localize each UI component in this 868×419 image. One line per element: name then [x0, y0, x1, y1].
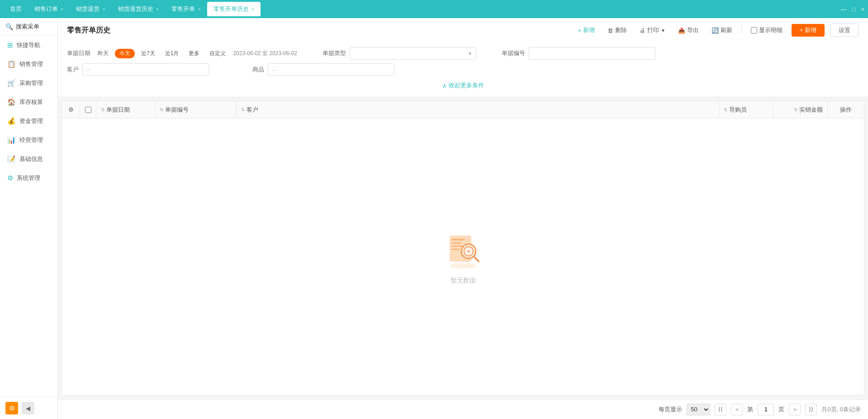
sidebar-item-basic-info-label: 基础信息	[19, 155, 43, 163]
first-page-btn[interactable]: ⟨⟨	[715, 404, 726, 415]
th-guide[interactable]: ⇅ 导购员	[719, 101, 773, 118]
query-button[interactable]: + 新增	[792, 24, 825, 37]
total-info: 共0页, 0条记录	[821, 405, 861, 414]
select-all-checkbox[interactable]	[85, 107, 91, 113]
toolbar: + 新增 🗑 删除 🖨 打印 ▼ 📤 导出	[574, 24, 859, 37]
th-customer[interactable]: ⇅ 客户	[237, 101, 719, 118]
tab-sales-return-history-label: 销货退货历史	[118, 5, 153, 13]
sidebar-search[interactable]: 🔍 搜索采单	[0, 18, 57, 36]
order-type-select[interactable]: ▼	[350, 47, 476, 60]
today-btn[interactable]: 今天	[115, 49, 135, 58]
refresh-label: 刷新	[721, 26, 732, 34]
customer-filter-item: 客户 ···	[67, 63, 209, 76]
filter-row-2: 客户 ··· 商品 ···	[67, 63, 859, 76]
print-icon: 🖨	[640, 27, 645, 34]
prev-page-btn[interactable]: ＜	[731, 404, 743, 415]
tab-sales-return[interactable]: 销货退货 ×	[70, 2, 111, 16]
settings-gear-icon: ⚙	[9, 405, 15, 412]
th-amount[interactable]: ⇅ 实销金额	[773, 101, 828, 118]
customer-placeholder: ···	[86, 66, 91, 73]
th-customer-label: 客户	[247, 106, 258, 114]
date-filters: 昨天 今天 近7天 近1月 更多 自定义	[94, 49, 229, 58]
sidebar-item-purchase-mgmt[interactable]: 🛒 采购管理	[0, 74, 57, 93]
collapse-filter-btn[interactable]: ∧ 收起更多条件	[67, 80, 859, 93]
sidebar-bottom: ⚙ ◀	[0, 397, 57, 419]
sort-date-icon: ⇅	[101, 107, 104, 112]
goods-label: 商品	[252, 66, 264, 74]
sort-amount-icon: ⇅	[794, 107, 797, 112]
th-checkbox[interactable]	[80, 101, 96, 118]
print-dropdown-icon: ▼	[661, 28, 665, 33]
customer-input[interactable]: ···	[82, 63, 209, 76]
delete-icon: 🗑	[607, 27, 613, 34]
th-settings[interactable]: ⚙	[62, 101, 80, 118]
restore-btn[interactable]: □	[852, 6, 856, 13]
delete-button[interactable]: 🗑 删除	[604, 24, 631, 36]
display-detail-button[interactable]: 显示明细	[747, 24, 786, 36]
svg-line-8	[474, 257, 479, 261]
sidebar-item-finance[interactable]: 💰 资金管理	[0, 112, 57, 131]
settings-button[interactable]: ⚙	[5, 402, 18, 414]
sidebar-item-basic-info[interactable]: 📝 基础信息	[0, 150, 57, 169]
tab-home-label: 首页	[10, 5, 22, 13]
custom-btn[interactable]: 自定义	[206, 49, 229, 58]
search-icon: 🔍	[5, 23, 13, 30]
more-btn[interactable]: 更多	[185, 49, 203, 58]
tab-retail-open-history[interactable]: 零售开单历史 ×	[207, 2, 261, 16]
basic-info-icon: 📝	[7, 155, 16, 163]
tab-sales-order-close[interactable]: ×	[61, 6, 63, 12]
add-button[interactable]: + 新增	[574, 24, 598, 36]
svg-point-0	[450, 263, 477, 268]
sidebar-item-inventory[interactable]: 🏠 库存核算	[0, 93, 57, 112]
per-page-select[interactable]: 50 100 200	[687, 404, 710, 415]
sales-mgmt-icon: 📋	[7, 60, 16, 68]
sidebar-item-sys-mgmt[interactable]: ⚙ 系统管理	[0, 169, 57, 188]
query-settings-group: + 新增	[792, 24, 825, 37]
table-settings-icon[interactable]: ⚙	[68, 106, 74, 113]
tab-sales-return-history-close[interactable]: ×	[156, 6, 159, 12]
pagination-bar: 每页显示 50 100 200 ⟨⟨ ＜ 第 页 ＞ ⟩⟩ 共0页, 0条记录	[58, 399, 868, 419]
display-detail-checkbox[interactable]	[751, 27, 757, 33]
minimize-btn[interactable]: —	[841, 6, 847, 13]
sidebar: 🔍 搜索采单 ⊞ 快捷导航 📋 销售管理 🛒 采购管理 🏠 库存核算 💰	[0, 18, 58, 419]
export-button[interactable]: 📤 导出	[674, 24, 702, 36]
sidebar-item-operations-label: 经营管理	[19, 136, 43, 144]
last-page-btn[interactable]: ⟩⟩	[805, 404, 817, 415]
empty-text: 暂无数据	[451, 277, 476, 285]
last7-btn[interactable]: 近7天	[138, 49, 159, 58]
th-action: 操作	[828, 101, 864, 118]
tab-sales-return-history[interactable]: 销货退货历史 ×	[112, 2, 165, 16]
th-order-no[interactable]: ⇅ 单据编号	[155, 101, 237, 118]
page-header: 零售开单历史 + 新增 🗑 删除 🖨 打印 ▼	[58, 18, 868, 97]
sidebar-item-sales-mgmt-label: 销售管理	[19, 60, 43, 68]
th-date[interactable]: ⇅ 单据日期	[96, 101, 155, 118]
refresh-button[interactable]: 🔄 刷新	[708, 24, 736, 36]
sidebar-item-operations[interactable]: 📊 经营管理	[0, 131, 57, 150]
tab-sales-return-close[interactable]: ×	[102, 6, 105, 12]
print-button[interactable]: 🖨 打印 ▼	[636, 24, 669, 36]
order-type-dropdown-icon: ▼	[468, 51, 472, 56]
tab-home[interactable]: 首页	[4, 2, 28, 16]
date-filter-label: 单据日期	[67, 49, 90, 57]
close-btn[interactable]: ×	[861, 6, 864, 13]
tab-sales-order[interactable]: 销售订单 ×	[28, 2, 70, 16]
last-month-btn[interactable]: 近1月	[161, 49, 183, 58]
svg-rect-3	[451, 242, 461, 244]
collapse-filter-label: 收起更多条件	[449, 81, 484, 89]
settings-btn[interactable]: 设置	[830, 24, 859, 37]
th-date-label: 单据日期	[106, 106, 130, 114]
sort-guide-icon: ⇅	[724, 107, 727, 112]
sidebar-item-quick-nav[interactable]: ⊞ 快捷导航	[0, 36, 57, 55]
page-number-input[interactable]	[758, 404, 774, 415]
yesterday-btn[interactable]: 昨天	[94, 49, 112, 58]
sidebar-collapse-button[interactable]: ◀	[22, 402, 34, 414]
tab-retail-open[interactable]: 零售开单 ×	[165, 2, 207, 16]
add-icon: +	[578, 27, 581, 34]
next-page-btn[interactable]: ＞	[789, 404, 801, 415]
tab-retail-open-history-close[interactable]: ×	[251, 6, 254, 12]
order-no-input[interactable]	[529, 47, 655, 60]
order-no-filter-item: 单据编号	[502, 47, 655, 60]
goods-input[interactable]: ···	[268, 63, 394, 76]
tab-retail-open-close[interactable]: ×	[198, 6, 200, 12]
sidebar-item-sales-mgmt[interactable]: 📋 销售管理	[0, 55, 57, 74]
